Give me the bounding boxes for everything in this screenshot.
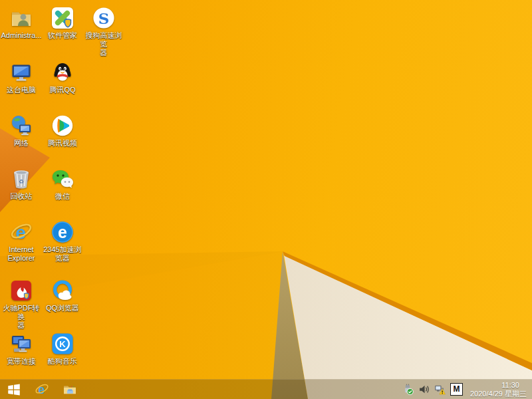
broadband-icon: [10, 332, 33, 355]
desktop-icon-label: 宽带连接: [7, 357, 36, 366]
internet-explorer-icon: e: [10, 221, 33, 243]
desktop-icon-label: 微信: [55, 192, 70, 201]
desktop-icon-tencent-video[interactable]: 腾讯视频: [41, 114, 84, 148]
desktop-icon-admin-folder[interactable]: Administra...: [0, 7, 43, 40]
desktop-icon-label: 软件管家: [48, 31, 77, 40]
svg-text:e: e: [58, 223, 67, 241]
this-pc-icon: [10, 61, 33, 84]
software-manager-icon: [51, 7, 74, 29]
network-icon: [10, 114, 33, 137]
desktop-icon-pdf-converter[interactable]: 火驰PDF转换 器: [0, 279, 43, 330]
windows-logo-icon: [7, 383, 21, 396]
admin-folder-icon: [10, 7, 33, 29]
taskbar-internet-explorer-button[interactable]: e: [28, 380, 56, 399]
desktop-icon-software-manager[interactable]: 软件管家: [41, 7, 84, 40]
desktop-icon-label: 腾讯视频: [48, 139, 77, 148]
desktop-icon-2345-browser[interactable]: e2345加速浏 览器: [41, 221, 84, 263]
desktop-icon-label: 2345加速浏 览器: [43, 245, 81, 263]
desktop-icon-this-pc[interactable]: 这台电脑: [0, 61, 43, 94]
desktop-icon-label: 腾讯QQ: [49, 86, 75, 94]
desktop: Administra... 软件管家 S搜狗高速浏览 器 这台电脑 腾讯QQ 网…: [0, 0, 532, 399]
desktop-icon-label: 网络: [14, 139, 29, 148]
internet-explorer-icon: e: [35, 382, 49, 397]
desktop-icon-label: QQ浏览器: [46, 304, 79, 313]
tencent-video-icon: [51, 114, 74, 137]
file-explorer-icon: [63, 382, 77, 397]
desktop-icon-label: Internet Explorer: [8, 245, 35, 263]
volume-icon[interactable]: [418, 384, 430, 395]
desktop-icon-qq-browser[interactable]: QQ浏览器: [41, 279, 84, 313]
usb-safely-remove-icon[interactable]: [402, 384, 414, 395]
desktop-icon-sogou-browser[interactable]: S搜狗高速浏览 器: [82, 7, 125, 57]
2345-browser-icon: e: [51, 221, 74, 243]
desktop-icon-wechat[interactable]: 微信: [41, 168, 84, 201]
recycle-bin-icon: ♻: [10, 168, 33, 190]
taskbar: e: [0, 379, 532, 399]
desktop-icon-internet-explorer[interactable]: e Internet Explorer: [0, 221, 43, 263]
desktop-icon-tencent-qq[interactable]: 腾讯QQ: [41, 61, 84, 94]
pdf-converter-icon: [10, 279, 33, 302]
desktop-icon-label: 火驰PDF转换 器: [0, 304, 43, 330]
tencent-qq-icon: [51, 61, 74, 84]
desktop-icon-label: 回收站: [11, 192, 33, 201]
desktop-icon-broadband[interactable]: 宽带连接: [0, 332, 43, 366]
clock-date: 2020/4/29 星期三: [470, 390, 527, 398]
desktop-icon-label: Administra...: [1, 31, 41, 40]
network-warning-icon[interactable]: [434, 384, 446, 395]
desktop-icon-label: 搜狗高速浏览 器: [82, 31, 125, 57]
kugou-music-icon: K: [51, 332, 74, 355]
desktop-icon-recycle-bin[interactable]: ♻回收站: [0, 168, 43, 201]
svg-text:S: S: [98, 9, 110, 27]
taskbar-file-explorer-button[interactable]: [56, 380, 84, 399]
sogou-browser-icon: S: [92, 7, 115, 29]
qq-browser-icon: [51, 279, 74, 302]
svg-text:K: K: [59, 339, 66, 349]
desktop-icon-label: 这台电脑: [7, 86, 36, 94]
wechat-icon: [51, 168, 74, 190]
clock-time: 11:30: [470, 381, 519, 390]
desktop-icon-network[interactable]: 网络: [0, 114, 43, 148]
desktop-icon-kugou-music[interactable]: K酷狗音乐: [41, 332, 84, 366]
desktop-icon-label: 酷狗音乐: [48, 357, 77, 366]
taskbar-clock[interactable]: 11:30 2020/4/29 星期三: [467, 381, 527, 398]
svg-text:♻: ♻: [19, 178, 24, 185]
system-tray: M 11:30 2020/4/29 星期三: [402, 381, 532, 398]
ime-indicator[interactable]: M: [450, 383, 463, 396]
start-button[interactable]: [0, 380, 28, 399]
desktop-icon-grid: Administra... 软件管家 S搜狗高速浏览 器 这台电脑 腾讯QQ 网…: [0, 0, 532, 379]
